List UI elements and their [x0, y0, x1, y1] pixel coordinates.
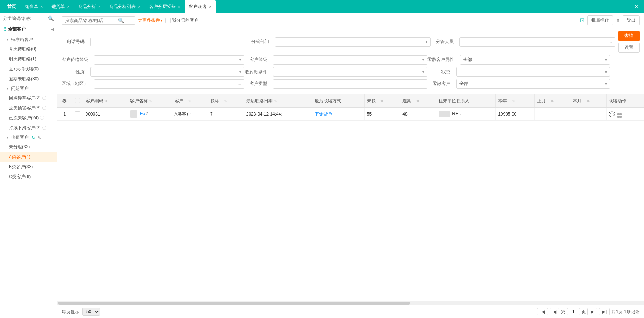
row-checkbox[interactable] — [75, 111, 80, 116]
grid-action-icon[interactable] — [617, 110, 622, 118]
sidebar-item-overdue-contact[interactable]: 逾期未联络(30) — [0, 74, 57, 84]
more-conditions-button[interactable]: ▽ 更多条件 ▾ — [138, 17, 162, 24]
sidebar-item-today-pending[interactable]: 今天待联络(0) — [0, 44, 57, 54]
td-contact-count: 7 — [208, 108, 244, 121]
sort-overdue-icon[interactable]: ⇅ — [416, 99, 419, 103]
price-level-select[interactable]: ▾ — [94, 55, 244, 65]
prev-page-button[interactable]: ◀ — [550, 308, 559, 315]
export-button[interactable]: 导出 — [623, 15, 640, 25]
select-all-checkbox[interactable] — [75, 98, 80, 103]
sidebar-item-churn-warning[interactable]: 流失预警客户(3) ⓘ — [0, 103, 57, 113]
sidebar-search-input[interactable] — [3, 16, 46, 21]
sidebar-item-declining[interactable]: 持续下滑客户(2) ⓘ — [0, 123, 57, 133]
export-icon: ⬆ — [616, 18, 620, 23]
sidebar-item-churned[interactable]: 已流失客户(24) ⓘ — [0, 113, 57, 123]
table-gear-button[interactable]: ⚙ — [61, 97, 68, 105]
tab-goods-analysis[interactable]: 商品分析 × — [74, 0, 105, 13]
chevron-down-icon: ▾ — [161, 18, 162, 22]
group-value-customers[interactable]: ▼ 价值客户 ↻ ✎ — [0, 133, 57, 142]
sort-this-year-icon[interactable]: ⇅ — [512, 99, 515, 103]
all-customers-header[interactable]: ⠿ 全部客户 ◀ — [0, 24, 57, 35]
filter-scatter-customer: 零散客户 全部 ▾ — [427, 79, 610, 89]
nature-select[interactable]: ▾ — [90, 67, 244, 77]
edit-value-icon[interactable]: ✎ — [37, 135, 41, 140]
sidebar-item-class-c[interactable]: C类客户(6) — [0, 172, 57, 182]
td-name[interactable]: Ea? — [128, 108, 172, 121]
th-not-contacted: 未联... ⇅ — [364, 94, 400, 108]
content-area: 🔍 ▽ 更多条件 ▾ 我分管的客户 ☑ 批量操作 ⬆ 导出 — [57, 13, 644, 318]
status-select[interactable]: ▾ — [456, 67, 610, 77]
sidebar-item-tomorrow-pending[interactable]: 明天待联络(1) — [0, 54, 57, 64]
status-arrow: ▾ — [605, 70, 607, 74]
refresh-icon[interactable]: ↻ — [32, 135, 35, 140]
filter-status: 状态 ▾ — [427, 67, 610, 77]
th-contact-count: 联络... ⇅ — [208, 94, 244, 108]
first-page-button[interactable]: |◀ — [537, 308, 548, 315]
sort-contact-icon[interactable]: ⇅ — [224, 99, 227, 103]
payment-arrow: ▾ — [422, 70, 424, 74]
payment-select[interactable]: ▾ — [273, 67, 427, 77]
sidebar-collapse-icon[interactable]: ◀ — [51, 27, 54, 31]
group-pending-contact[interactable]: ▼ 待联络客户 — [0, 35, 57, 44]
scatter-attr-select[interactable]: 全部 ▾ — [460, 55, 610, 65]
horizontal-scrollbar[interactable] — [57, 301, 644, 305]
sidebar-item-repurchase-anomaly[interactable]: 回购异常客户(2) ⓘ — [0, 93, 57, 103]
my-customers-check[interactable] — [165, 18, 171, 23]
customer-type-select[interactable] — [273, 79, 427, 89]
person-select[interactable]: ··· — [459, 37, 615, 47]
page-number-input[interactable] — [567, 308, 580, 315]
phone-input[interactable] — [90, 38, 246, 46]
page-end-label: 页 — [582, 309, 586, 315]
sidebar-search-container: 🔍 — [0, 13, 57, 24]
search-input[interactable] — [65, 18, 117, 23]
dept-select-arrow: ▾ — [426, 40, 427, 44]
batch-op-button[interactable]: 批量操作 — [587, 15, 613, 25]
td-not-contacted: 55 — [364, 108, 400, 121]
close-customer-contact-tab[interactable]: × — [209, 4, 211, 9]
scatter-customer-select[interactable]: 全部 ▾ — [456, 79, 610, 89]
sort-date-icon[interactable]: ⇅ — [274, 99, 277, 103]
td-this-year: 10995.00 — [496, 108, 534, 121]
sort-not-contacted-icon[interactable]: ⇅ — [380, 99, 383, 103]
close-purchase-tab[interactable]: × — [67, 4, 69, 9]
sort-last-month-icon[interactable]: ⇅ — [551, 99, 554, 103]
sidebar-item-7days-pending[interactable]: 近7天待联络(0) — [0, 64, 57, 74]
sidebar-item-unclassified[interactable]: 未分组(32) — [0, 142, 57, 152]
sidebar-search-icon[interactable]: 🔍 — [48, 15, 54, 21]
setting-button[interactable]: 设置 — [618, 43, 640, 53]
close-all-button[interactable]: × — [632, 3, 641, 10]
close-goods-analysis-list-tab[interactable]: × — [138, 4, 140, 9]
filter-search-icon[interactable]: 🔍 — [118, 18, 124, 23]
table-header-row: ⚙ 客户编码 ⇅ 客户名称 ⇅ — [57, 94, 644, 108]
sort-this-month-icon[interactable]: ⇅ — [587, 99, 590, 103]
close-sales-tab[interactable]: × — [40, 4, 43, 9]
close-customer-tier-tab[interactable]: × — [178, 4, 180, 9]
comment-action-icon[interactable]: 💬 — [609, 111, 615, 117]
tab-purchase[interactable]: 进货单 × — [47, 0, 74, 13]
scatter-customer-arrow: ▾ — [605, 82, 607, 86]
customer-level-select[interactable]: ▾ — [273, 55, 427, 65]
region-select[interactable]: ··· — [94, 79, 244, 89]
last-page-button[interactable]: ▶| — [599, 308, 610, 315]
scrollbar-thumb[interactable] — [58, 302, 410, 305]
tab-sales[interactable]: 销售单 × — [21, 0, 47, 13]
dept-select[interactable]: ▾ — [275, 37, 431, 47]
sort-name-icon[interactable]: ⇅ — [149, 99, 152, 103]
tab-home[interactable]: 首页 — [3, 0, 21, 13]
query-button[interactable]: 查询 — [618, 31, 640, 41]
close-goods-analysis-tab[interactable]: × — [98, 4, 100, 9]
sidebar-item-class-b[interactable]: B类客户(33) — [0, 162, 57, 172]
sidebar-item-class-a[interactable]: A类客户(1) — [0, 152, 57, 162]
sort-code-icon[interactable]: ⇅ — [104, 99, 107, 103]
more-actions-grid[interactable] — [617, 113, 622, 118]
tab-goods-analysis-list[interactable]: 商品分析列表 × — [105, 0, 144, 13]
tab-customer-tier[interactable]: 客户分层经营 × — [145, 0, 185, 13]
my-customers-checkbox[interactable]: 我分管的客户 — [165, 17, 198, 24]
advanced-filters: 电话号码 分管部门 ▾ 分管人员 ··· — [57, 28, 644, 94]
next-page-button[interactable]: ▶ — [587, 308, 597, 315]
group-problem-customers[interactable]: ▼ 问题客户 — [0, 84, 57, 93]
per-page-select[interactable]: 50 — [82, 308, 100, 316]
sort-type-icon[interactable]: ⇅ — [188, 99, 191, 103]
tab-customer-contact[interactable]: 客户联络 × — [185, 0, 215, 13]
table-row: 1 000031 Ea? A类客户 — [57, 108, 644, 121]
